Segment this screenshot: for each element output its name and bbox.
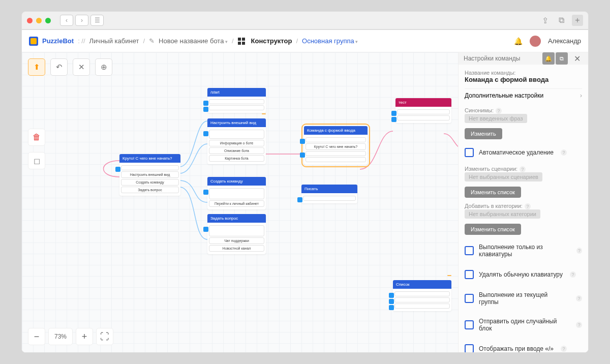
help-icon[interactable]: ? bbox=[576, 248, 582, 254]
help-icon[interactable]: ? bbox=[570, 271, 576, 278]
node-appearance[interactable]: Настроить внешний вид Информация о боте … bbox=[207, 118, 266, 164]
crumb-dashboard[interactable]: Личный кабинет bbox=[89, 37, 139, 45]
auto-delete-check[interactable]: Автоматическое удаление ? bbox=[465, 144, 582, 161]
upload-button[interactable]: ⬆ bbox=[28, 58, 45, 76]
node-ask[interactable]: Задать вопрос Чат поддержки Новостной ка… bbox=[207, 214, 266, 254]
node-form[interactable]: Команда с формой ввода Круто! С чего мне… bbox=[304, 126, 368, 165]
node-row[interactable] bbox=[306, 151, 366, 156]
node-button[interactable]: Картинка бота bbox=[209, 155, 264, 162]
cancel-button[interactable]: ✕ bbox=[73, 58, 90, 76]
node-row[interactable] bbox=[209, 225, 264, 236]
help-icon[interactable]: ? bbox=[496, 108, 502, 114]
delete-button[interactable]: 🗑 bbox=[28, 129, 45, 146]
node-test[interactable]: тест bbox=[395, 98, 451, 123]
help-icon[interactable]: ? bbox=[576, 322, 582, 328]
port-icon[interactable] bbox=[300, 153, 305, 158]
node-row[interactable] bbox=[306, 137, 366, 142]
node-button[interactable]: Новостной канал bbox=[209, 245, 264, 252]
checkbox-icon[interactable] bbox=[465, 246, 474, 255]
keyboard-only-check[interactable]: Выполнение только из клавиатуры? bbox=[465, 240, 582, 261]
crumb-constructor[interactable]: Конструктор bbox=[251, 37, 292, 45]
node-intro[interactable]: Круто! С чего мне начать? Настроить внеш… bbox=[119, 154, 180, 196]
help-icon[interactable]: ? bbox=[561, 346, 567, 352]
node-row[interactable] bbox=[209, 188, 264, 199]
node-button[interactable]: Перейти к личный кабинет bbox=[209, 200, 264, 207]
port-icon[interactable] bbox=[391, 117, 396, 122]
port-icon[interactable] bbox=[389, 299, 394, 304]
crumb-group[interactable]: Основная группа bbox=[302, 37, 358, 45]
node-row[interactable] bbox=[397, 109, 450, 114]
port-icon[interactable] bbox=[203, 190, 208, 195]
node-button[interactable]: Чат поддержки bbox=[209, 237, 264, 244]
panel-copy-button[interactable]: ⧉ bbox=[556, 52, 568, 65]
node-row[interactable] bbox=[394, 297, 450, 302]
node-button[interactable]: Задать вопрос bbox=[121, 187, 179, 193]
maximize-window-icon[interactable] bbox=[45, 18, 51, 23]
close-window-icon[interactable] bbox=[27, 18, 33, 23]
port-icon[interactable] bbox=[300, 139, 305, 144]
notifications-icon[interactable]: 🔔 bbox=[514, 37, 523, 45]
extra-settings-toggle[interactable]: Дополнительные настройки › bbox=[465, 88, 582, 102]
show-on-slash-check[interactable]: Отображать при вводе «/»? bbox=[465, 341, 582, 352]
node-button[interactable]: Создать команду bbox=[121, 179, 179, 186]
node-button[interactable]: Круто! С чего мне начать? bbox=[306, 143, 366, 150]
sidebar-toggle[interactable]: ☰ bbox=[90, 15, 104, 26]
node-row[interactable] bbox=[397, 115, 450, 120]
add-node-button[interactable]: ⊕ bbox=[95, 58, 112, 76]
port-icon[interactable] bbox=[391, 111, 396, 116]
checkbox-icon[interactable] bbox=[465, 294, 474, 303]
random-block-check[interactable]: Отправить один случайный блок? bbox=[465, 314, 582, 336]
brand-name[interactable]: PuzzleBot bbox=[42, 37, 74, 45]
edit-scenario-button[interactable]: Изменить список bbox=[465, 187, 521, 198]
checkbox-icon[interactable] bbox=[465, 320, 474, 329]
port-icon[interactable] bbox=[389, 293, 394, 298]
checkbox-icon[interactable] bbox=[465, 270, 474, 279]
help-icon[interactable]: ? bbox=[520, 166, 526, 172]
zoom-in-button[interactable]: + bbox=[76, 328, 93, 345]
current-group-check[interactable]: Выполнение из текущей группы? bbox=[465, 288, 582, 309]
node-row[interactable] bbox=[209, 105, 264, 110]
node-button[interactable]: Настроить внешний вид bbox=[121, 171, 179, 178]
help-icon[interactable]: ? bbox=[576, 295, 582, 301]
checkbox-icon[interactable] bbox=[465, 148, 474, 157]
tabs-icon[interactable]: ⧉ bbox=[556, 15, 567, 26]
remove-keyboard-check[interactable]: Удалять обычную клавиатуру? bbox=[465, 266, 582, 283]
node-write[interactable]: Писать bbox=[301, 185, 357, 203]
undo-button[interactable]: ↶ bbox=[50, 58, 68, 76]
node-row[interactable] bbox=[209, 130, 264, 139]
flow-canvas[interactable]: ⬆ ↶ ✕ ⊕ 🗑 ◻ /start bbox=[22, 52, 458, 352]
node-row[interactable] bbox=[394, 291, 450, 296]
node-row[interactable] bbox=[394, 304, 450, 309]
panel-close-button[interactable]: ✕ bbox=[571, 52, 583, 65]
node-list[interactable]: Список bbox=[393, 280, 451, 311]
new-tab-button[interactable]: + bbox=[572, 15, 583, 26]
frame-button[interactable]: ◻ bbox=[28, 152, 45, 169]
port-icon[interactable] bbox=[203, 107, 208, 112]
forward-button[interactable]: › bbox=[75, 15, 88, 26]
avatar[interactable] bbox=[530, 36, 541, 47]
node-button[interactable]: Информация о боте bbox=[209, 140, 264, 146]
help-icon[interactable]: ? bbox=[525, 203, 531, 209]
node-row[interactable] bbox=[303, 196, 356, 201]
share-icon[interactable]: ⇪ bbox=[539, 15, 551, 26]
node-row[interactable] bbox=[121, 165, 179, 170]
node-start[interactable]: /start bbox=[207, 88, 266, 113]
port-icon[interactable] bbox=[297, 197, 302, 202]
node-button[interactable]: Описание бота bbox=[209, 147, 264, 154]
back-button[interactable]: ‹ bbox=[60, 15, 73, 26]
command-name-value[interactable]: Команда с формой ввода bbox=[465, 76, 582, 83]
checkbox-icon[interactable] bbox=[465, 344, 474, 352]
port-icon[interactable] bbox=[203, 131, 208, 136]
port-icon[interactable] bbox=[115, 167, 120, 172]
username[interactable]: Александр bbox=[548, 37, 581, 45]
help-icon[interactable]: ? bbox=[561, 149, 567, 156]
port-icon[interactable] bbox=[203, 101, 208, 106]
node-row[interactable] bbox=[306, 157, 366, 162]
edit-category-button[interactable]: Изменить список bbox=[465, 224, 521, 235]
edit-synonyms-button[interactable]: Изменить bbox=[465, 128, 502, 139]
minimize-window-icon[interactable] bbox=[36, 18, 42, 23]
crumb-bot-name[interactable]: Новое название бота bbox=[159, 37, 228, 45]
fit-screen-button[interactable]: ⛶ bbox=[96, 328, 113, 345]
node-row[interactable] bbox=[209, 99, 264, 104]
node-create[interactable]: Создать команду Перейти к личный кабинет bbox=[207, 177, 266, 209]
